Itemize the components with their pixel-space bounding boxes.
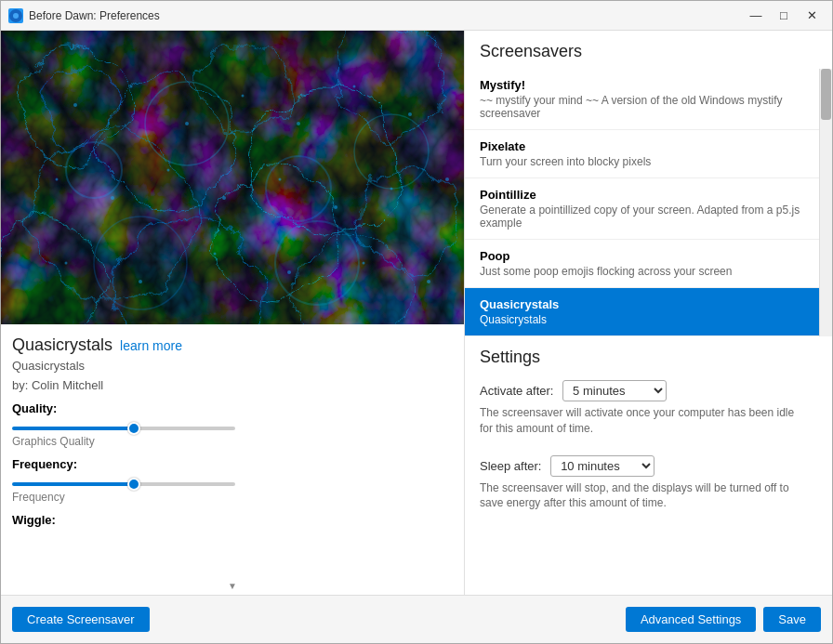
svg-point-24 (185, 122, 189, 125)
screensaver-subtitle: Quasicrystals (12, 359, 453, 373)
svg-point-34 (334, 205, 337, 209)
app-icon (8, 8, 23, 23)
quality-slider[interactable] (12, 427, 235, 430)
settings-header: Settings (465, 336, 819, 375)
sleep-label: Sleep after: 10 minutes 1 minute 2 minut… (480, 455, 804, 477)
svg-point-37 (65, 262, 68, 265)
frequency-slider-container (12, 475, 453, 489)
svg-point-22 (73, 103, 77, 107)
screensavers-section: Screensavers Mystify!~~ mystify your min… (465, 31, 832, 336)
svg-point-30 (111, 196, 114, 200)
svg-point-32 (222, 196, 226, 200)
right-panel: Screensavers Mystify!~~ mystify your min… (464, 31, 832, 595)
save-button[interactable]: Save (763, 607, 821, 632)
titlebar: Before Dawn: Preferences — □ ✕ (1, 1, 832, 31)
close-button[interactable]: ✕ (799, 6, 825, 26)
left-panel: Quasicrystals learn more Quasicrystals b… (1, 31, 464, 595)
preview-animation (1, 31, 464, 324)
svg-point-39 (214, 253, 217, 256)
screensaver-item-name: Pointillize (480, 188, 817, 202)
screensavers-header: Screensavers (465, 31, 832, 69)
screensaver-list-item[interactable]: Mystify!~~ mystify your mind ~~ A versio… (465, 69, 832, 130)
main-window: Before Dawn: Preferences — □ ✕ (0, 0, 833, 644)
activate-label: Activate after: 5 minutes 1 minute 2 min… (480, 380, 804, 401)
quality-label: Quality: (12, 401, 453, 415)
svg-point-33 (279, 178, 282, 181)
screensaver-item-name: Quasicrystals (480, 297, 817, 311)
screensaver-item-desc: Turn your screen into blocky pixels (480, 155, 817, 168)
create-screensaver-button[interactable]: Create Screensaver (12, 607, 150, 632)
minimize-button[interactable]: — (743, 6, 769, 26)
window-title: Before Dawn: Preferences (29, 9, 743, 22)
svg-point-31 (167, 169, 170, 172)
screensaver-list-item[interactable]: PointillizeGenerate a pointillized copy … (465, 178, 832, 240)
right-panel-inner: Screensavers Mystify!~~ mystify your min… (465, 31, 832, 595)
learn-more-link[interactable]: learn more (120, 338, 182, 353)
name-row: Quasicrystals learn more (12, 335, 453, 355)
sleep-select[interactable]: 10 minutes 1 minute 2 minutes 5 minutes … (550, 455, 654, 477)
quality-desc: Graphics Quality (12, 435, 453, 448)
svg-point-41 (363, 262, 365, 265)
settings-inner: Settings Activate after: 5 minutes 1 min… (465, 336, 832, 595)
screensaver-item-desc: Quasicrystals (480, 313, 817, 326)
author-line: by: Colin Mitchell (12, 378, 453, 392)
window-controls: — □ ✕ (743, 6, 825, 26)
frequency-slider[interactable] (12, 482, 235, 486)
wiggle-label: Wiggle: (12, 513, 453, 527)
svg-point-40 (287, 270, 291, 274)
svg-point-1 (13, 13, 19, 19)
settings-area: Settings Activate after: 5 minutes 1 min… (465, 336, 832, 595)
list-scrollbar[interactable] (819, 69, 832, 336)
main-content: Quasicrystals learn more Quasicrystals b… (1, 31, 832, 595)
left-scroll-down: ▼ (1, 577, 464, 595)
sleep-desc: The screensaver will stop, and the displ… (480, 480, 804, 512)
sleep-label-text: Sleep after: (480, 459, 542, 473)
advanced-settings-button[interactable]: Advanced Settings (626, 607, 756, 632)
bottom-right: Advanced Settings Save (626, 607, 821, 632)
frequency-desc: Frequency (12, 491, 453, 504)
bottom-left: Create Screensaver (12, 607, 150, 632)
svg-point-42 (427, 280, 430, 283)
list-scrollbar-thumb (821, 69, 831, 120)
frequency-label: Frequency: (12, 457, 453, 471)
activate-desc: The screensaver will activate once your … (480, 405, 804, 437)
screensaver-list: Mystify!~~ mystify your mind ~~ A versio… (465, 69, 832, 336)
svg-point-23 (130, 85, 133, 88)
screensaver-item-desc: ~~ mystify your mind ~~ A version of the… (480, 94, 817, 120)
quality-slider-container (12, 419, 453, 433)
svg-point-38 (139, 280, 142, 283)
screensaver-list-item[interactable]: PoopJust some poop emojis flocking acros… (465, 240, 832, 288)
screensaver-item-name: Mystify! (480, 78, 817, 92)
screensaver-item-name: Poop (480, 249, 817, 263)
svg-point-29 (56, 178, 59, 181)
screensaver-item-name: Pixelate (480, 139, 817, 153)
activate-row: Activate after: 5 minutes 1 minute 2 min… (465, 375, 819, 450)
info-area: Quasicrystals learn more Quasicrystals b… (1, 324, 464, 577)
bottom-bar: Create Screensaver Advanced Settings Sav… (1, 595, 832, 643)
svg-point-25 (242, 95, 245, 98)
screensaver-title: Quasicrystals (12, 335, 112, 355)
svg-point-35 (390, 188, 393, 191)
maximize-button[interactable]: □ (771, 6, 797, 26)
screensaver-list-item[interactable]: QuasicrystalsQuasicrystals (465, 288, 832, 336)
svg-point-36 (445, 177, 449, 181)
activate-label-text: Activate after: (480, 384, 553, 398)
screensaver-list-wrapper: Mystify!~~ mystify your mind ~~ A versio… (465, 69, 832, 336)
activate-select[interactable]: 5 minutes 1 minute 2 minutes 10 minutes … (562, 380, 667, 401)
screensaver-list-item[interactable]: PixelateTurn your screen into blocky pix… (465, 130, 832, 178)
screensaver-item-desc: Generate a pointillized copy of your scr… (480, 204, 817, 230)
svg-point-26 (297, 122, 300, 125)
preview-area (1, 31, 464, 324)
svg-point-28 (408, 112, 412, 116)
screensaver-item-desc: Just some poop emojis flocking across yo… (480, 265, 817, 278)
svg-point-27 (353, 85, 356, 88)
sleep-row: Sleep after: 10 minutes 1 minute 2 minut… (465, 450, 819, 525)
